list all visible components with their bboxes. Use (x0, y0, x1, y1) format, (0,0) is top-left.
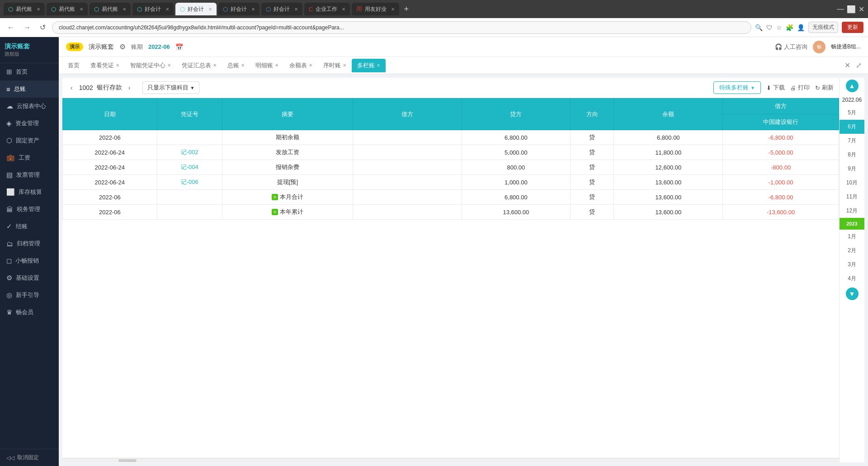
tab-close-2[interactable]: ✕ (80, 7, 83, 12)
sidebar-item-settings[interactable]: ⚙ 基础设置 (0, 269, 59, 287)
calendar-month-november[interactable]: 11月 (840, 190, 864, 204)
browser-tab-9[interactable]: 用 用友好业 ✕ (352, 3, 399, 15)
calendar-up-button[interactable]: ▲ (846, 80, 859, 92)
calendar-month-october[interactable]: 10月 (840, 176, 864, 190)
horizontal-scrollbar[interactable] (62, 458, 839, 462)
calendar-month-july[interactable]: 7月 (840, 134, 864, 148)
sidebar-item-cloud-reports[interactable]: ☁ 云报表中心 (0, 98, 59, 115)
calendar-month-apr2023[interactable]: 4月 (840, 272, 864, 286)
browser-tab-2[interactable]: ⬡ 易代账 ✕ (47, 3, 88, 15)
sidebar-item-archive[interactable]: 🗂 归档管理 (0, 235, 59, 252)
browser-tab-1[interactable]: ⬡ 易代账 ✕ (4, 3, 45, 15)
page-tab-sequence[interactable]: 序时账 ✕ (318, 59, 352, 72)
tab-close-5[interactable]: ✕ (208, 7, 212, 12)
print-button[interactable]: 🖨 打印 (790, 84, 810, 92)
filter-dropdown[interactable]: 只显示下级科目 ▼ (142, 81, 200, 94)
sidebar-item-invoice[interactable]: ▤ 发票管理 (0, 166, 59, 184)
back-button[interactable]: ← (5, 23, 17, 33)
voucher-link[interactable]: 记-004 (181, 164, 198, 170)
update-button[interactable]: 更新 (842, 22, 863, 33)
star-icon[interactable]: ☆ (776, 24, 782, 31)
download-button[interactable]: ⬇ 下载 (766, 84, 785, 92)
sidebar-item-payroll[interactable]: 💼 工资 (0, 149, 59, 166)
close-tab-action[interactable]: ✕ (842, 59, 853, 71)
user-icon[interactable]: 👤 (797, 24, 805, 31)
calendar-month-jan2023[interactable]: 1月 (840, 230, 864, 244)
calendar-month-may[interactable]: 5月 (840, 106, 864, 120)
sidebar-item-fixed-assets[interactable]: ⬡ 固定资产 (0, 132, 59, 149)
tab-close-6[interactable]: ✕ (251, 7, 255, 12)
tab-close-1[interactable]: ✕ (37, 7, 40, 12)
voucher-link[interactable]: 记-002 (181, 149, 198, 155)
refresh-button[interactable]: ↻ 刷新 (815, 84, 834, 92)
account-settings-icon[interactable]: ⚙ (119, 42, 126, 51)
shield-icon[interactable]: 🛡 (766, 24, 773, 31)
page-tab-voucher-summary[interactable]: 凭证汇总表 ✕ (176, 59, 222, 72)
sidebar-item-expense[interactable]: ◻ 小畅报销 (0, 252, 59, 269)
sidebar-item-guide[interactable]: ◎ 新手引导 (0, 287, 59, 304)
page-tab-mc-close[interactable]: ✕ (377, 63, 380, 68)
sidebar-item-home[interactable]: ⊞ 首页 (0, 63, 59, 80)
calendar-down-button[interactable]: ▼ (846, 287, 859, 300)
next-account-button[interactable]: › (126, 83, 133, 92)
new-tab-button[interactable]: + (401, 5, 411, 14)
tab-close-8[interactable]: ✕ (342, 7, 345, 12)
cell-voucher (157, 205, 222, 220)
calendar-month-august[interactable]: 8月 (840, 148, 864, 162)
sidebar-item-tax[interactable]: 🏛 税务管理 (0, 201, 59, 218)
sidebar-item-ledger[interactable]: ≡ 总账 (0, 80, 59, 98)
browser-tab-3[interactable]: ⬡ 易代账 ✕ (90, 3, 131, 15)
search-icon[interactable]: 🔍 (755, 24, 763, 31)
sidebar-item-inventory[interactable]: ⬜ 库存核算 (0, 184, 59, 201)
browser-tab-8[interactable]: C 企业工作 ✕ (304, 3, 350, 15)
print-icon: 🖨 (790, 85, 796, 91)
maximize-button[interactable]: ⬜ (847, 5, 856, 14)
sidebar-item-funds[interactable]: ◈ 资金管理 (0, 115, 59, 132)
sidebar-item-close-period[interactable]: ✓ 结账 (0, 218, 59, 235)
page-tab-gl-close[interactable]: ✕ (241, 63, 245, 68)
page-tab-multi-column[interactable]: 多栏账 ✕ (352, 59, 386, 72)
page-tab-smart-voucher[interactable]: 智能凭证中心 ✕ (125, 59, 176, 72)
voucher-link[interactable]: 记-006 (181, 179, 198, 185)
page-tab-smart-close[interactable]: ✕ (167, 63, 171, 68)
expand-tab-action[interactable]: ⤢ (853, 59, 864, 71)
calendar-month-september[interactable]: 9月 (840, 162, 864, 176)
calendar-month-feb2023[interactable]: 2月 (840, 244, 864, 258)
tab-close-7[interactable]: ✕ (294, 7, 298, 12)
tab-close-3[interactable]: ✕ (123, 7, 126, 12)
tab-close-9[interactable]: ✕ (391, 7, 395, 12)
url-input[interactable] (52, 21, 751, 34)
page-tab-voucher-close[interactable]: ✕ (116, 63, 119, 68)
calendar-month-december[interactable]: 12月 (840, 204, 864, 218)
page-tab-voucher[interactable]: 查看凭证 ✕ (85, 59, 125, 72)
prev-account-button[interactable]: ‹ (68, 83, 75, 92)
consult-button[interactable]: 🎧 人工咨询 (775, 43, 807, 51)
page-tab-balance-close[interactable]: ✕ (309, 63, 312, 68)
page-tab-vs-close[interactable]: ✕ (213, 63, 217, 68)
forward-button[interactable]: → (21, 23, 33, 33)
page-tab-general-ledger[interactable]: 总账 ✕ (222, 59, 250, 72)
page-tab-dl-close[interactable]: ✕ (275, 63, 278, 68)
browser-tab-7[interactable]: ⬡ 好会计 ✕ (261, 3, 302, 15)
tab-close-4[interactable]: ✕ (165, 7, 169, 12)
close-window-button[interactable]: ✕ (859, 5, 864, 14)
scrollbar-thumb[interactable] (118, 459, 137, 462)
sidebar-item-member[interactable]: ♛ 畅会员 (0, 304, 59, 321)
page-tab-balance[interactable]: 余额表 ✕ (284, 59, 318, 72)
stealth-mode-button[interactable]: 无痕模式 (808, 22, 838, 33)
browser-tab-6[interactable]: ⬡ 好会计 ✕ (218, 3, 259, 15)
page-tab-seq-close[interactable]: ✕ (343, 63, 346, 68)
multi-column-button[interactable]: 特殊多栏账 ▼ (713, 81, 761, 94)
minimize-button[interactable]: — (837, 5, 844, 13)
reload-button[interactable]: ↺ (37, 22, 48, 33)
unpin-button[interactable]: ◁◁ 取消固定 (0, 449, 59, 466)
page-tab-home[interactable]: 首页 (62, 59, 85, 72)
calendar-icon[interactable]: 📅 (175, 43, 183, 51)
extensions-icon[interactable]: 🧩 (786, 24, 793, 31)
page-tab-detail-ledger[interactable]: 明细账 ✕ (250, 59, 284, 72)
calendar-month-june[interactable]: 6月 (840, 120, 864, 134)
browser-tab-5[interactable]: ⬡ 好会计 ✕ (175, 3, 217, 15)
calendar-month-mar2023[interactable]: 3月 (840, 258, 864, 272)
browser-tab-4[interactable]: ⬡ 好会计 ✕ (132, 3, 174, 15)
payroll-icon: 💼 (6, 154, 15, 162)
